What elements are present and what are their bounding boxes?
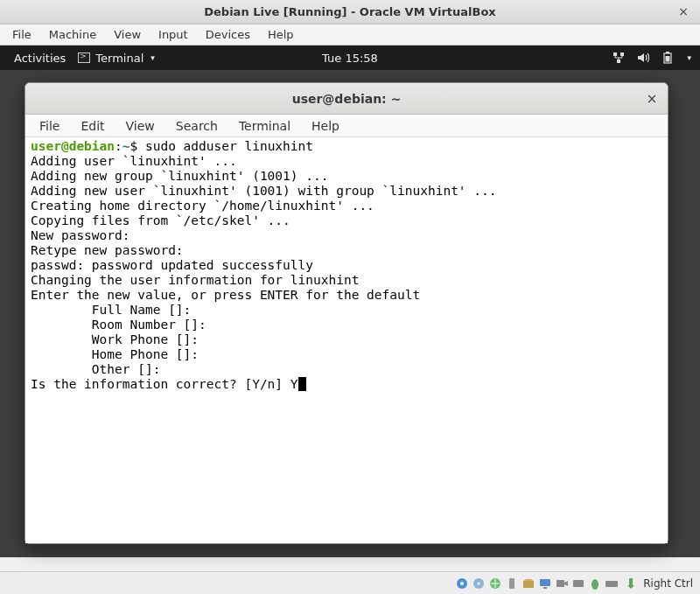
- tray-chevron-down-icon: ▾: [687, 53, 691, 62]
- vbox-disc-icon[interactable]: [472, 577, 486, 591]
- vbox-menu-file[interactable]: File: [5, 26, 38, 43]
- svg-point-9: [478, 582, 480, 584]
- svg-rect-17: [606, 581, 618, 587]
- vbox-hostkey-indicator[interactable]: Right Ctrl: [626, 577, 693, 591]
- svg-rect-15: [573, 580, 584, 587]
- vbox-input-icon[interactable]: [571, 577, 585, 591]
- vbox-usb-icon[interactable]: [505, 577, 519, 591]
- clock[interactable]: Tue 15:58: [322, 52, 378, 65]
- vbox-titlebar: Debian Live [Running] - Oracle VM Virtua…: [0, 0, 700, 24]
- vbox-shared-icon[interactable]: [522, 577, 536, 591]
- battery-icon: [661, 51, 675, 65]
- hostkey-arrow-icon: [626, 577, 640, 591]
- vbox-display-icon[interactable]: [538, 577, 552, 591]
- svg-rect-2: [617, 59, 620, 63]
- terminal-menu-help[interactable]: Help: [301, 117, 350, 135]
- vbox-menubar: File Machine View Input Devices Help: [0, 24, 700, 45]
- vbox-menu-devices[interactable]: Devices: [199, 26, 257, 43]
- chevron-down-icon: ▾: [150, 53, 155, 62]
- svg-rect-12: [540, 579, 550, 586]
- terminal-menu-edit[interactable]: Edit: [70, 117, 115, 135]
- svg-point-7: [460, 582, 464, 585]
- vbox-menu-machine[interactable]: Machine: [42, 26, 103, 43]
- svg-rect-0: [613, 52, 617, 56]
- vbox-keyboard-icon[interactable]: [605, 577, 619, 591]
- vbox-record-icon[interactable]: [555, 577, 569, 591]
- terminal-window: user@debian: ~ × File Edit View Search T…: [24, 82, 668, 544]
- terminal-menu-file[interactable]: File: [29, 117, 70, 135]
- terminal-icon: [78, 52, 90, 63]
- terminal-menubar: File Edit View Search Terminal Help: [25, 115, 668, 137]
- activities-button[interactable]: Activities: [9, 52, 71, 65]
- vbox-mouse-icon[interactable]: [588, 577, 602, 591]
- svg-point-16: [592, 579, 598, 590]
- vbox-status-bar: Right Ctrl: [0, 571, 700, 594]
- svg-rect-13: [543, 587, 547, 589]
- vbox-menu-help[interactable]: Help: [261, 26, 301, 43]
- vbox-net-icon[interactable]: [488, 577, 502, 591]
- vbox-status-icons: [455, 577, 619, 591]
- gnome-top-bar: Activities Terminal ▾ Tue 15:58 ▾: [0, 45, 700, 70]
- system-tray[interactable]: ▾: [612, 51, 691, 65]
- vbox-hdd-icon[interactable]: [455, 577, 469, 591]
- terminal-close-button[interactable]: ×: [643, 90, 661, 108]
- vbox-menu-input[interactable]: Input: [151, 26, 195, 43]
- hostkey-label: Right Ctrl: [643, 577, 693, 590]
- volume-icon: [636, 51, 650, 65]
- network-icon: [612, 51, 626, 65]
- svg-rect-11: [509, 578, 514, 589]
- svg-rect-14: [556, 580, 564, 587]
- vbox-menu-view[interactable]: View: [107, 26, 148, 43]
- svg-rect-5: [666, 56, 670, 62]
- terminal-menu-terminal[interactable]: Terminal: [228, 117, 301, 135]
- terminal-body[interactable]: user@debian:~$ sudo adduser linuxhint Ad…: [25, 137, 668, 543]
- terminal-titlebar[interactable]: user@debian: ~ ×: [25, 83, 668, 115]
- terminal-menu-view[interactable]: View: [116, 117, 165, 135]
- terminal-window-title: user@debian: ~: [292, 92, 402, 106]
- terminal-menu-search[interactable]: Search: [165, 117, 228, 135]
- vbox-close-button[interactable]: ×: [676, 3, 691, 19]
- vbox-window-title: Debian Live [Running] - Oracle VM Virtua…: [204, 5, 496, 18]
- svg-rect-4: [666, 52, 669, 53]
- app-menu-label: Terminal: [95, 52, 144, 65]
- guest-desktop: Activities Terminal ▾ Tue 15:58 ▾ user@d…: [0, 45, 700, 557]
- svg-rect-1: [620, 52, 624, 56]
- app-menu-button[interactable]: Terminal ▾: [71, 52, 161, 65]
